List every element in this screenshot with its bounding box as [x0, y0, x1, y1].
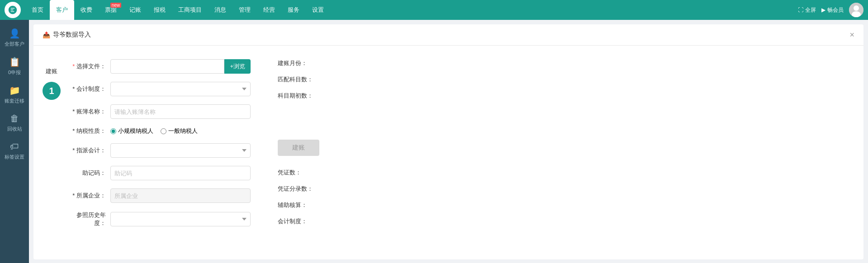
radio-small-label: 小规模纳税人 — [118, 127, 153, 135]
form-row-memo: 助记码： — [70, 166, 251, 180]
form-grid: * 选择文件： +浏览 * 会计制度： — [70, 59, 251, 227]
nav-item-industry[interactable]: 工商项目 — [172, 0, 208, 20]
trash-icon: 🗑 — [10, 113, 19, 124]
panel-title: 📤 导爷数据导入 — [43, 31, 91, 39]
tag-icon: 🏷 — [10, 141, 19, 152]
radio-small-input[interactable] — [110, 128, 116, 134]
sidebar-item-label-tag: 标签设置 — [5, 154, 24, 160]
voucher-records-label: 凭证分录数： — [278, 185, 313, 193]
sidebar-item-tag[interactable]: 🏷 标签设置 — [0, 138, 29, 164]
accountant-label: * 指派会计： — [70, 146, 106, 155]
panel-title-text: 导爷数据导入 — [53, 31, 91, 39]
sidebar-item-trash[interactable]: 🗑 回收站 — [0, 110, 29, 136]
info-row-accounting-system-right: 会计制度： — [278, 217, 368, 225]
sidebar-item-migrate[interactable]: 📁 账套迁移 — [0, 81, 29, 108]
sidebar: 👤 全部客户 📋 0申报 📁 账套迁移 🗑 回收站 🏷 标签设置 — [0, 20, 29, 263]
nav-item-service[interactable]: 服务 — [281, 0, 306, 20]
form-row-ledger-name: * 账簿名称： — [70, 104, 251, 119]
tax-type-radio-group: 小规模纳税人 一般纳税人 — [110, 127, 251, 135]
form-row-history-year: 参照历史年度： — [70, 211, 251, 227]
form-left: 建账 1 * 选择文件： +浏览 — [43, 59, 251, 227]
nav-item-customer[interactable]: 客户 — [50, 0, 74, 20]
nav-item-manage[interactable]: 管理 — [232, 0, 257, 20]
nav-item-operation[interactable]: 经营 — [257, 0, 281, 20]
file-label: * 选择文件： — [70, 62, 106, 70]
sidebar-item-label-declare: 0申报 — [8, 69, 21, 76]
panel-header: 📤 导爷数据导入 × — [33, 24, 863, 46]
info-row-subject-initial: 科目期初数： — [278, 92, 368, 100]
new-badge: new — [110, 3, 121, 8]
fullscreen-button[interactable]: ⛶ 全屏 — [798, 6, 816, 14]
ledger-name-input[interactable] — [110, 104, 251, 119]
radio-small-taxpayer[interactable]: 小规模纳税人 — [110, 127, 153, 135]
company-input[interactable] — [110, 188, 251, 203]
sidebar-item-declare[interactable]: 📋 0申报 — [0, 53, 29, 80]
sidebar-item-label-migrate: 账套迁移 — [5, 98, 24, 104]
radio-general-label: 一般纳税人 — [168, 127, 198, 135]
migrate-icon: 📁 — [9, 85, 20, 96]
form-row-accounting-system: * 会计制度： — [70, 82, 251, 96]
info-row-build-month: 建账月份： — [278, 59, 368, 67]
accountant-select[interactable] — [110, 143, 251, 158]
ledger-name-label: * 账簿名称： — [70, 108, 106, 116]
nav-item-billing[interactable]: 收费 — [74, 0, 99, 20]
history-year-label: 参照历史年度： — [70, 211, 106, 227]
build-month-label: 建账月份： — [278, 59, 307, 67]
nav-item-message[interactable]: 消息 — [208, 0, 232, 20]
step-circle: 1 — [43, 82, 61, 100]
form-row-tax-type: * 纳税性质： 小规模纳税人 一般纳税人 — [70, 127, 251, 135]
nav-item-settings[interactable]: 设置 — [306, 0, 330, 20]
step-label: 建账 — [46, 67, 57, 75]
sidebar-item-label-trash: 回收站 — [7, 126, 22, 132]
vip-icon: ▶ — [821, 7, 825, 13]
fullscreen-icon: ⛶ — [798, 7, 803, 13]
sidebar-item-all-customers[interactable]: 👤 全部客户 — [0, 24, 29, 51]
vip-button[interactable]: ▶ 畅会员 — [821, 6, 844, 14]
file-input[interactable] — [110, 59, 224, 74]
nav-item-home[interactable]: 首页 — [25, 0, 50, 20]
company-label: * 所属企业： — [70, 192, 106, 200]
import-panel: 📤 导爷数据导入 × 建账 1 — [33, 24, 863, 259]
form-container: 建账 1 * 选择文件： +浏览 — [43, 59, 854, 227]
sidebar-item-label-all-customers: 全部客户 — [5, 41, 24, 47]
match-subjects-label: 匹配科目数： — [278, 75, 313, 84]
panel-body: 建账 1 * 选择文件： +浏览 — [33, 46, 863, 241]
build-account-button[interactable]: 建账 — [278, 140, 319, 156]
radio-general-taxpayer[interactable]: 一般纳税人 — [161, 127, 198, 135]
top-navigation: 首页 客户 收费 票据 new 记账 报税 工商项目 消息 管理 经营 服务 设… — [0, 0, 868, 20]
form-row-company: * 所属企业： — [70, 188, 251, 203]
radio-general-input[interactable] — [161, 128, 166, 134]
history-year-select[interactable] — [110, 212, 251, 226]
file-input-group: +浏览 — [110, 59, 251, 74]
nav-right-actions: ⛶ 全屏 ▶ 畅会员 — [798, 3, 863, 17]
info-row-match-subjects: 匹配科目数： — [278, 75, 368, 84]
form-row-file: * 选择文件： +浏览 — [70, 59, 251, 74]
nav-item-ledger[interactable]: 记账 — [123, 0, 147, 20]
svg-point-1 — [854, 5, 859, 11]
user-avatar[interactable] — [849, 3, 863, 17]
close-button[interactable]: × — [849, 31, 854, 39]
nav-items-container: 首页 客户 收费 票据 new 记账 报税 工商项目 消息 管理 经营 服务 设… — [25, 0, 798, 20]
app-logo[interactable] — [5, 2, 21, 18]
accounting-system-label: * 会计制度： — [70, 85, 106, 93]
info-row-voucher-records: 凭证分录数： — [278, 185, 368, 193]
fullscreen-label: 全屏 — [805, 6, 816, 14]
nav-item-invoice[interactable]: 票据 new — [99, 0, 123, 20]
accounting-system-select[interactable] — [110, 82, 251, 96]
nav-item-tax[interactable]: 报税 — [147, 0, 172, 20]
tax-type-label: * 纳税性质： — [70, 127, 106, 135]
all-customers-icon: 👤 — [9, 28, 20, 39]
info-row-voucher-count: 凭证数： — [278, 169, 368, 177]
content-area: 📤 导爷数据导入 × 建账 1 — [29, 20, 868, 263]
browse-button[interactable]: +浏览 — [224, 59, 251, 74]
subject-initial-label: 科目期初数： — [278, 92, 313, 100]
vip-label: 畅会员 — [827, 6, 844, 14]
memo-input[interactable] — [110, 166, 251, 180]
accounting-system-right-label: 会计制度： — [278, 217, 307, 225]
form-row-accountant: * 指派会计： — [70, 143, 251, 158]
upload-icon: 📤 — [43, 31, 50, 38]
declare-icon: 📋 — [9, 56, 20, 67]
memo-label: 助记码： — [70, 169, 106, 177]
main-layout: 👤 全部客户 📋 0申报 📁 账套迁移 🗑 回收站 🏷 标签设置 📤 导爷数据导… — [0, 20, 868, 263]
form-right: 建账月份： 匹配科目数： 科目期初数： 建账 — [278, 59, 368, 227]
